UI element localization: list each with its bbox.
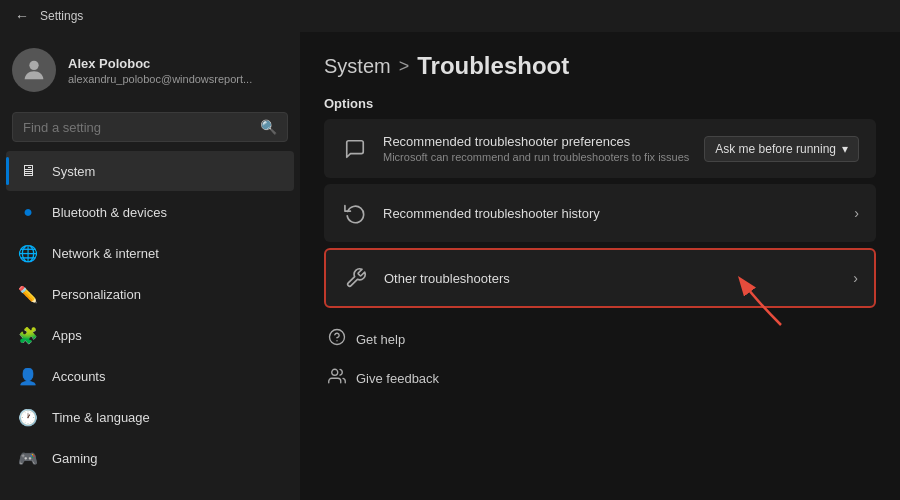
apps-icon: 🧩: [18, 325, 38, 345]
sidebar-item-personalization[interactable]: ✏️ Personalization: [6, 274, 294, 314]
sidebar-item-system[interactable]: 🖥 System: [6, 151, 294, 191]
search-icon: 🔍: [260, 119, 277, 135]
give-feedback-icon: [328, 367, 346, 390]
sidebar-item-accounts[interactable]: 👤 Accounts: [6, 356, 294, 396]
get-help-label: Get help: [356, 332, 405, 347]
option-content-prefs: Recommended troubleshooter preferences M…: [383, 134, 690, 163]
sidebar-item-gaming[interactable]: 🎮 Gaming: [6, 438, 294, 478]
bluetooth-icon: ●: [18, 202, 38, 222]
give-feedback-label: Give feedback: [356, 371, 439, 386]
window-title: Settings: [40, 9, 83, 23]
breadcrumb-parent: System: [324, 55, 391, 78]
content-area: System > Troubleshoot Options Recommende…: [300, 32, 900, 500]
user-name: Alex Poloboc: [68, 56, 252, 71]
option-title-prefs: Recommended troubleshooter preferences: [383, 134, 690, 149]
sidebar-label-network: Network & internet: [52, 246, 159, 261]
sidebar-label-apps: Apps: [52, 328, 82, 343]
give-feedback-link[interactable]: Give feedback: [324, 359, 876, 398]
user-profile[interactable]: Alex Poloboc alexandru_poloboc@windowsre…: [0, 32, 300, 108]
dropdown-label: Ask me before running: [715, 142, 836, 156]
red-arrow-icon: [726, 270, 796, 330]
option-troubleshooter-history[interactable]: Recommended troubleshooter history ›: [324, 184, 876, 242]
chevron-right-icon: ›: [854, 205, 859, 221]
svg-point-4: [332, 369, 338, 375]
sidebar-label-time: Time & language: [52, 410, 150, 425]
option-action-history: ›: [854, 205, 859, 221]
option-action-prefs[interactable]: Ask me before running ▾: [704, 136, 859, 162]
gaming-icon: 🎮: [18, 448, 38, 468]
sidebar-label-system: System: [52, 164, 95, 179]
sidebar-item-network[interactable]: 🌐 Network & internet: [6, 233, 294, 273]
avatar: [12, 48, 56, 92]
title-bar: ← Settings: [0, 0, 900, 32]
sidebar-label-bluetooth: Bluetooth & devices: [52, 205, 167, 220]
chat-icon: [341, 135, 369, 163]
user-info: Alex Poloboc alexandru_poloboc@windowsre…: [68, 56, 252, 85]
personalization-icon: ✏️: [18, 284, 38, 304]
sidebar-label-accounts: Accounts: [52, 369, 105, 384]
troubleshooter-dropdown[interactable]: Ask me before running ▾: [704, 136, 859, 162]
user-email: alexandru_poloboc@windowsreport...: [68, 73, 252, 85]
chevron-down-icon: ▾: [842, 142, 848, 156]
sidebar-label-personalization: Personalization: [52, 287, 141, 302]
breadcrumb: System > Troubleshoot: [324, 52, 876, 80]
svg-point-2: [330, 330, 345, 345]
history-icon: [341, 199, 369, 227]
back-button[interactable]: ←: [12, 6, 32, 26]
sidebar-item-apps[interactable]: 🧩 Apps: [6, 315, 294, 355]
sidebar-item-time[interactable]: 🕐 Time & language: [6, 397, 294, 437]
option-desc-prefs: Microsoft can recommend and run troubles…: [383, 151, 690, 163]
sidebar-label-gaming: Gaming: [52, 451, 98, 466]
get-help-icon: [328, 328, 346, 351]
system-icon: 🖥: [18, 161, 38, 181]
search-box[interactable]: 🔍: [12, 112, 288, 142]
wrench-icon: [342, 264, 370, 292]
nav-list: 🖥 System ● Bluetooth & devices 🌐 Network…: [0, 150, 300, 492]
option-action-other: ›: [853, 270, 858, 286]
time-icon: 🕐: [18, 407, 38, 427]
sidebar-item-bluetooth[interactable]: ● Bluetooth & devices: [6, 192, 294, 232]
option-recommended-prefs[interactable]: Recommended troubleshooter preferences M…: [324, 119, 876, 178]
option-title-history: Recommended troubleshooter history: [383, 206, 840, 221]
section-title: Options: [324, 96, 876, 111]
chevron-right-other-icon: ›: [853, 270, 858, 286]
search-input[interactable]: [23, 120, 252, 135]
accounts-icon: 👤: [18, 366, 38, 386]
breadcrumb-separator: >: [399, 56, 410, 77]
option-content-history: Recommended troubleshooter history: [383, 206, 840, 221]
main-layout: Alex Poloboc alexandru_poloboc@windowsre…: [0, 32, 900, 500]
sidebar: Alex Poloboc alexandru_poloboc@windowsre…: [0, 32, 300, 500]
network-icon: 🌐: [18, 243, 38, 263]
breadcrumb-current: Troubleshoot: [417, 52, 569, 80]
svg-point-0: [29, 61, 38, 70]
